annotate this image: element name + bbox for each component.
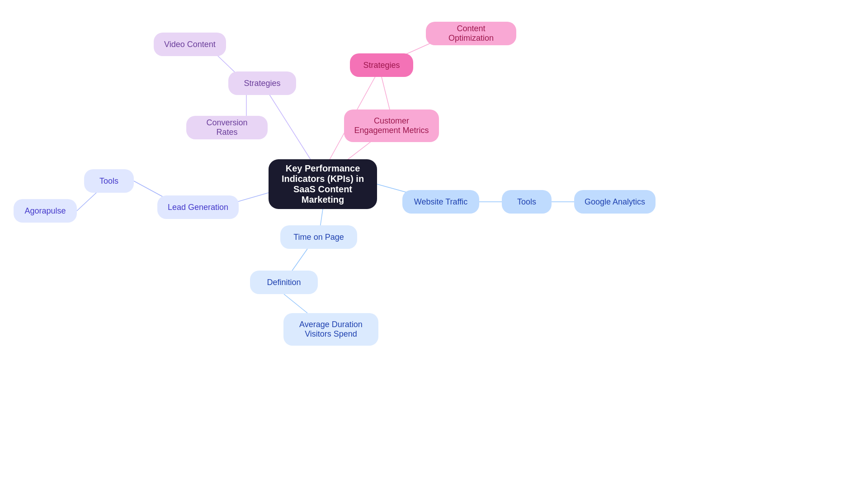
definition-node[interactable]: Definition — [250, 271, 318, 294]
svg-line-15 — [284, 294, 307, 313]
center-node[interactable]: Key Performance Indicators (KPIs) in Saa… — [269, 159, 377, 209]
content-optimization-node[interactable]: Content Optimization — [426, 22, 516, 45]
website-traffic-node[interactable]: Website Traffic — [402, 190, 479, 214]
google-analytics-node[interactable]: Google Analytics — [574, 190, 656, 214]
agorapulse-node[interactable]: Agorapulse — [14, 199, 77, 223]
video-content-node[interactable]: Video Content — [154, 33, 226, 56]
strategies-purple-node[interactable]: Strategies — [228, 71, 296, 95]
time-on-page-node[interactable]: Time on Page — [280, 225, 357, 249]
strategies-pink-node[interactable]: Strategies — [350, 53, 413, 77]
tools-left-node[interactable]: Tools — [84, 169, 134, 193]
customer-engagement-node[interactable]: Customer Engagement Metrics — [344, 109, 439, 142]
lead-generation-node[interactable]: Lead Generation — [157, 195, 239, 219]
avg-duration-node[interactable]: Average Duration Visitors Spend — [283, 313, 378, 346]
conversion-rates-node[interactable]: Conversion Rates — [186, 116, 268, 139]
tools-right-node[interactable]: Tools — [502, 190, 552, 214]
